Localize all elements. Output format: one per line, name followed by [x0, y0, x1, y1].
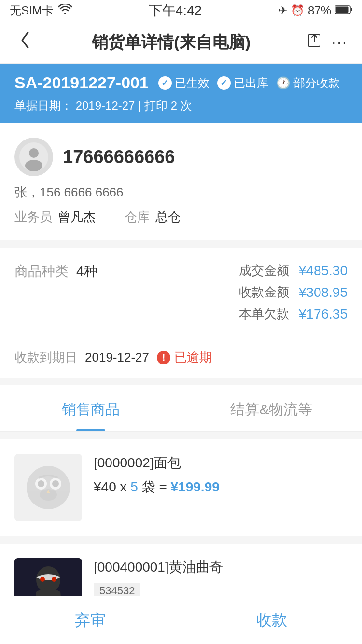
date-label: 单据日期： [14, 99, 72, 112]
warehouse-value: 总仓 [155, 209, 181, 225]
svg-point-17 [52, 577, 56, 582]
abandon-button[interactable]: 弃审 [0, 596, 181, 644]
clock-icon: 🕐 [276, 76, 291, 90]
product-type-label: 商品种类 [14, 262, 69, 280]
salesman-item: 业务员 曾凡杰 [14, 209, 96, 225]
more-icon[interactable]: ··· [332, 33, 348, 51]
battery-icon [335, 4, 352, 17]
deal-amount-item: 成交金额 ¥485.30 [239, 262, 348, 279]
svg-point-16 [40, 577, 45, 582]
wifi-icon [58, 4, 72, 17]
divider-1 [0, 240, 362, 248]
status-tags: ✓ 已生效 ✓ 已出库 🕐 部分收款 [158, 75, 340, 91]
tabs-row: 销售商品 结算&物流等 [0, 385, 362, 431]
status-partial-text: 部分收款 [293, 75, 340, 91]
salesman-label: 业务员 [14, 209, 52, 225]
svg-point-5 [29, 148, 39, 158]
warehouse-label: 仓库 [125, 209, 150, 225]
status-bar: 无SIM卡 下午4:42 ✈ ⏰ 87% [0, 0, 362, 21]
stats-right: 成交金额 ¥485.30 收款金额 ¥308.95 本单欠款 ¥176.35 [239, 262, 348, 322]
page-title: 销货单详情(来自电脑) [92, 31, 251, 54]
collected-value: ¥308.95 [299, 285, 348, 300]
status-left: 无SIM卡 [10, 3, 72, 18]
stats-section: 商品种类 4种 成交金额 ¥485.30 收款金额 ¥308.95 本单欠款 ¥… [0, 248, 362, 337]
location-icon: ✈ [278, 4, 287, 17]
product-price-1: ¥40 x 5 袋 = ¥199.99 [94, 478, 348, 496]
order-header: SA-20191227-001 ✓ 已生效 ✓ 已出库 🕐 部分收款 单据日期：… [0, 64, 362, 123]
customer-section: 17666666666 张，156 6666 6666 业务员 曾凡杰 仓库 总… [0, 123, 362, 240]
order-date: 2019-12-27 [76, 99, 135, 112]
battery-text: 87% [308, 4, 331, 17]
product-name-1: [0000002]面包 [94, 454, 348, 472]
check-icon-effective: ✓ [158, 76, 172, 90]
product-image-1: 量+ [14, 454, 82, 521]
customer-meta: 业务员 曾凡杰 仓库 总仓 [14, 209, 348, 225]
product-type-count: 4种 [76, 262, 97, 280]
tabs-section: 销售商品 结算&物流等 [0, 385, 362, 432]
status-tag-partial: 🕐 部分收款 [276, 75, 340, 91]
deal-amount-label: 成交金额 [239, 262, 289, 279]
debt-label: 本单欠款 [239, 306, 289, 322]
status-tag-effective: ✓ 已生效 [158, 75, 209, 91]
svg-point-7 [27, 466, 70, 509]
status-shipped-text: 已出库 [234, 75, 268, 91]
tab-settlement[interactable]: 结算&物流等 [181, 385, 362, 431]
debt-item: 本单欠款 ¥176.35 [239, 306, 348, 322]
alarm-icon: ⏰ [291, 4, 304, 17]
svg-point-11 [52, 480, 59, 487]
salesman-value: 曾凡杰 [58, 209, 96, 225]
nav-bar: 销货单详情(来自电脑) ··· [0, 21, 362, 64]
back-button[interactable] [14, 26, 36, 59]
carrier-text: 无SIM卡 [10, 3, 54, 18]
status-right: ✈ ⏰ 87% [278, 4, 352, 17]
svg-point-6 [25, 160, 42, 171]
warehouse-item: 仓库 总仓 [125, 209, 181, 225]
nav-actions: ··· [306, 33, 348, 52]
status-tag-shipped: ✓ 已出库 [217, 75, 268, 91]
product-name-2: [000400001]黄油曲奇 [94, 558, 348, 576]
status-effective-text: 已生效 [175, 75, 209, 91]
customer-name: 张，156 6666 6666 [14, 184, 348, 201]
print-info: | 打印 2 次 [138, 99, 192, 112]
collect-button[interactable]: 收款 [181, 596, 362, 644]
collected-item: 收款金额 ¥308.95 [239, 284, 348, 301]
debt-value: ¥176.35 [299, 307, 348, 322]
bottom-bar: 弃审 收款 [0, 596, 362, 644]
collected-label: 收款金额 [239, 284, 289, 301]
check-icon-shipped: ✓ [217, 76, 231, 90]
status-time: 下午4:42 [149, 1, 202, 20]
svg-rect-2 [336, 7, 349, 13]
order-date-row: 单据日期： 2019-12-27 | 打印 2 次 [14, 98, 348, 113]
order-id: SA-20191227-001 [14, 73, 149, 92]
due-label: 收款到期日 [14, 349, 77, 366]
overdue-text: 已逾期 [174, 349, 212, 366]
due-date: 2019-12-27 [85, 350, 149, 365]
overdue-badge: ! 已逾期 [157, 349, 212, 366]
share-icon[interactable] [306, 33, 322, 52]
list-item: 量+ [0000002]面包 ¥40 x 5 袋 = ¥199.99 [0, 439, 362, 536]
stats-left: 商品种类 4种 [14, 262, 97, 280]
customer-account-id: 17666666666 [63, 147, 175, 168]
due-date-section: 收款到期日 2019-12-27 ! 已逾期 [0, 337, 362, 378]
product-info-1: [0000002]面包 ¥40 x 5 袋 = ¥199.99 [94, 454, 348, 496]
overdue-icon: ! [157, 351, 170, 364]
svg-rect-1 [351, 8, 352, 11]
deal-amount-value: ¥485.30 [299, 263, 348, 279]
avatar [14, 138, 53, 176]
tab-sales-products[interactable]: 销售商品 [0, 385, 181, 431]
svg-point-10 [38, 480, 44, 487]
